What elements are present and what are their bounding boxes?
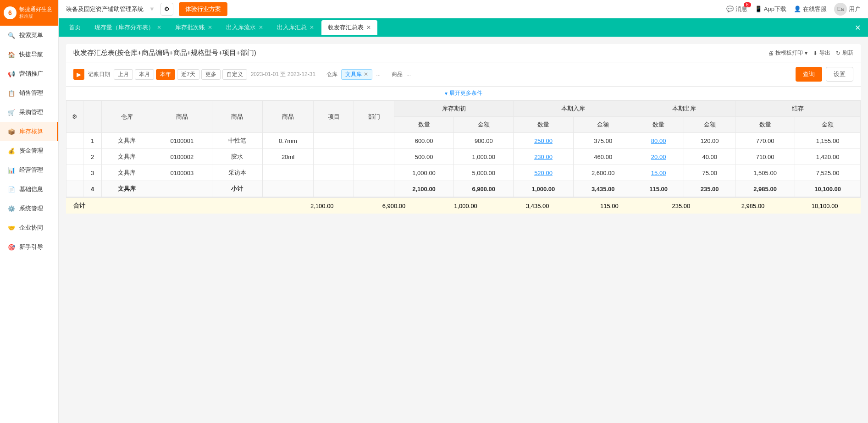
row-in-amt: 375.00 — [573, 133, 633, 149]
sidebar-item-资金管理[interactable]: 💰资金管理 — [0, 141, 58, 160]
tab-收发存汇总表[interactable]: 收发存汇总表✕ — [321, 20, 377, 35]
app-download-action[interactable]: 📱 App下载 — [755, 5, 786, 13]
date-this-month-button[interactable]: 本月 — [135, 69, 154, 80]
sidebar-item-label: 搜索菜单 — [19, 31, 43, 39]
footer-open-qty: 2,100.00 — [286, 203, 358, 209]
refresh-button[interactable]: ↻ 刷新 — [836, 49, 853, 57]
warehouse-filter-label: 仓库 — [326, 71, 337, 78]
sidebar-item-企业协同[interactable]: 🤝企业协同 — [0, 218, 58, 237]
row-warehouse: 文具库 — [102, 165, 152, 181]
tab-label: 出入库流水 — [226, 23, 256, 32]
date-this-year-button[interactable]: 本年 — [156, 69, 175, 80]
settings-col-header[interactable]: ⚙ — [66, 101, 83, 133]
expand-conditions-button[interactable]: ▾ 展开更多条件 — [445, 89, 482, 97]
sidebar-item-label: 系统管理 — [19, 204, 43, 213]
query-button[interactable]: 查询 — [796, 67, 822, 82]
warehouse-col-header: 仓库 — [102, 101, 152, 133]
row-project — [314, 165, 354, 181]
gear-button[interactable]: ⚙ — [160, 3, 173, 16]
sidebar-item-新手引导[interactable]: 🎯新手引导 — [0, 237, 58, 257]
sidebar-icon: 📋 — [7, 89, 16, 97]
row-out-qty[interactable]: 80.00 — [633, 133, 684, 149]
row-out-amt: 40.00 — [684, 149, 735, 165]
warehouse-tag-close[interactable]: ✕ — [364, 71, 368, 77]
sidebar-item-快捷导航[interactable]: 🏠快捷导航 — [0, 45, 58, 64]
sidebar-item-系统管理[interactable]: ⚙️系统管理 — [0, 199, 58, 218]
date-custom-button[interactable]: 自定义 — [222, 69, 247, 80]
row-dept — [354, 165, 394, 181]
sidebar-item-经营管理[interactable]: 📊经营管理 — [0, 160, 58, 180]
message-action[interactable]: 💬 消息 6 — [726, 5, 747, 13]
tab-close-icon[interactable]: ✕ — [310, 24, 314, 31]
user-action[interactable]: Ea 用户 — [834, 3, 861, 16]
logo-text: 畅捷通好生意 — [19, 6, 52, 13]
tab-出入库汇总[interactable]: 出入库汇总✕ — [271, 20, 321, 35]
row-in-qty[interactable]: 230.00 — [514, 149, 573, 165]
filter-toggle-button[interactable]: ▶ — [73, 69, 84, 80]
row-goods-code: 0100001 — [152, 133, 212, 149]
closing-col-header: 结存 — [735, 101, 860, 117]
export-label: 导出 — [819, 49, 830, 57]
logo-icon: 6 — [4, 6, 17, 19]
print-chevron-icon: ▾ — [805, 50, 807, 56]
inbound-col-header: 本期入库 — [514, 101, 633, 117]
sidebar-icon: 📢 — [7, 70, 16, 78]
tab-close-icon[interactable]: ✕ — [259, 24, 263, 31]
sidebar-item-采购管理[interactable]: 🛒采购管理 — [0, 103, 58, 122]
row-goods-spec: 0.7mm — [262, 133, 314, 149]
goods-more-button[interactable]: ... — [406, 71, 411, 77]
tab-close-icon[interactable]: ✕ — [157, 24, 161, 31]
sidebar-item-基础信息[interactable]: 📄基础信息 — [0, 180, 58, 199]
tab-label: 现存量（库存分布表） — [94, 23, 154, 32]
sidebar-item-label: 基础信息 — [19, 185, 43, 193]
tab-出入库流水[interactable]: 出入库流水✕ — [220, 20, 270, 35]
row-in-qty[interactable]: 520.00 — [514, 165, 573, 181]
row-open-amt: 5,000.00 — [454, 165, 514, 181]
row-goods-spec — [262, 165, 314, 181]
tab-close-icon[interactable]: ✕ — [208, 24, 212, 31]
sidebar-icon: 🎯 — [7, 243, 16, 251]
trial-button[interactable]: 体验行业方案 — [179, 2, 227, 16]
export-button[interactable]: ⬇ 导出 — [813, 49, 830, 57]
warehouse-tag: 文具库 ✕ — [341, 69, 372, 80]
table-row: 1 文具库 0100001 中性笔 0.7mm 600.00 900.00 25… — [66, 133, 861, 149]
row-settings[interactable] — [66, 133, 83, 149]
row-in-qty[interactable]: 250.00 — [514, 133, 573, 149]
date-prev-month-button[interactable]: 上月 — [114, 69, 133, 80]
row-index: 4 — [83, 181, 102, 197]
sidebar-item-营销推广[interactable]: 📢营销推广 — [0, 64, 58, 83]
sidebar-item-库存核算[interactable]: 📦库存核算 — [0, 122, 58, 141]
row-settings[interactable] — [66, 165, 83, 181]
row-goods-code — [152, 181, 212, 197]
tab-库存批次账[interactable]: 库存批次账✕ — [169, 20, 219, 35]
sidebar-item-搜索菜单[interactable]: 🔍搜索菜单 — [0, 26, 58, 45]
footer-out-qty: 115.00 — [574, 203, 646, 209]
tabbar-close-button[interactable]: ✕ — [851, 22, 864, 34]
data-table-container: ⚙ 仓库 商品 商品 商品 项目 部门 库存期初 本期入库 本期出库 结存 — [66, 100, 861, 197]
sidebar-item-销售管理[interactable]: 📋销售管理 — [0, 83, 58, 103]
row-settings[interactable] — [66, 149, 83, 165]
date-7days-button[interactable]: 近7天 — [177, 69, 199, 80]
sidebar-icon: 🏠 — [7, 50, 16, 59]
row-warehouse: 文具库 — [102, 149, 152, 165]
tab-close-icon[interactable]: ✕ — [366, 24, 371, 31]
filter-settings-button[interactable]: 设置 — [826, 67, 853, 82]
row-settings[interactable] — [66, 181, 83, 197]
print-button[interactable]: 🖨 按模板打印 ▾ — [768, 49, 807, 57]
sidebar-icon: 🔍 — [7, 31, 16, 39]
table-row: 4 文具库 小计 2,100.00 6,900.00 1,000.00 3,43… — [66, 181, 861, 197]
date-more-button[interactable]: 更多 — [201, 69, 221, 80]
footer-close-qty: 2,985.00 — [717, 203, 789, 209]
tab-现存量（库存分布表）[interactable]: 现存量（库存分布表）✕ — [88, 20, 168, 35]
filter-bar: ▶ 记账日期 上月 本月 本年 近7天 更多 自定义 2023-01-01 至 … — [66, 62, 861, 87]
avatar: Ea — [834, 3, 847, 16]
row-out-qty[interactable]: 20.00 — [633, 149, 684, 165]
in-qty-header: 数量 — [514, 117, 573, 133]
tab-首页[interactable]: 首页 — [62, 20, 87, 35]
warehouse-more-button[interactable]: ... — [376, 71, 381, 77]
tab-label: 出入库汇总 — [277, 23, 307, 32]
row-close-amt: 1,155.00 — [795, 133, 861, 149]
online-service-action[interactable]: 👤 在线客服 — [794, 5, 827, 13]
row-out-qty[interactable]: 15.00 — [633, 165, 684, 181]
online-service-label: 在线客服 — [803, 5, 827, 13]
